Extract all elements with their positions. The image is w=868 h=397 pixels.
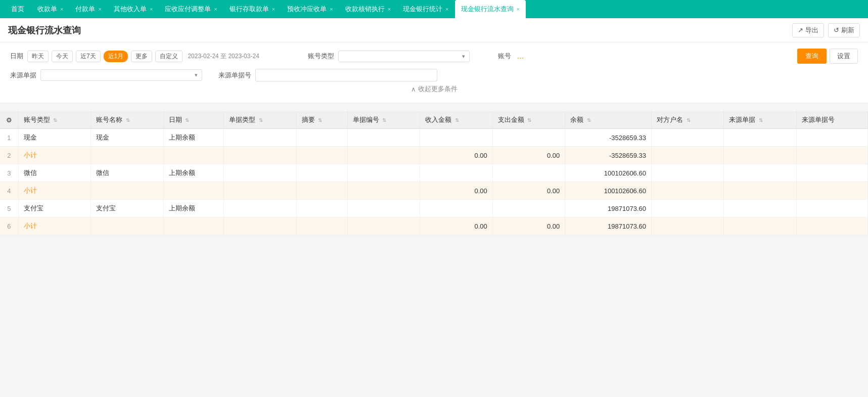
- col-doc-type: 单据类型 ⇅: [224, 111, 297, 129]
- table-row: 6小计0.000.0019871073.60: [0, 217, 868, 235]
- close-icon-2[interactable]: ×: [150, 6, 153, 12]
- date-btn-more[interactable]: 更多: [131, 51, 152, 62]
- date-range: 2023-02-24 至 2023-03-24: [188, 52, 259, 61]
- cell-income: [420, 129, 493, 147]
- nav-home[interactable]: 首页: [4, 0, 31, 18]
- account-dots-button[interactable]: ...: [515, 52, 526, 61]
- nav-tab-2[interactable]: 其他收入单 ×: [108, 0, 159, 18]
- sort-icon-account-name[interactable]: ⇅: [126, 117, 130, 123]
- cell-date: [163, 217, 224, 235]
- cell-account-type: 微信: [18, 164, 91, 182]
- close-icon-3[interactable]: ×: [214, 6, 217, 12]
- nav-tab-3[interactable]: 应收应付调整单 ×: [159, 0, 223, 18]
- col-account-name: 账号名称 ⇅: [91, 111, 164, 129]
- cell-source-doc: [724, 182, 797, 200]
- cell-source-doc-no: [797, 147, 868, 164]
- table-row: 4小计0.000.00100102606.60: [0, 182, 868, 200]
- source-doc-select[interactable]: ▾: [40, 69, 202, 81]
- filter-row-2: 来源单据 ▾ 来源单据号: [10, 69, 858, 81]
- source-doc-filter-group: 来源单据 ▾: [10, 69, 202, 81]
- cell-income: 0.00: [420, 217, 493, 235]
- sort-icon-source-doc[interactable]: ⇅: [759, 117, 763, 123]
- date-label: 日期: [10, 52, 23, 61]
- close-icon-5[interactable]: ×: [330, 6, 333, 12]
- sort-icon-expense[interactable]: ⇅: [527, 117, 531, 123]
- col-doc-no: 单据编号 ⇅: [347, 111, 420, 129]
- close-icon-0[interactable]: ×: [60, 6, 63, 12]
- table-body: 1现金现金上期余额-3528659.332小计0.000.00-3528659.…: [0, 129, 868, 235]
- account-type-label: 账号类型: [308, 52, 334, 61]
- cell-date: 上期余额: [163, 164, 224, 182]
- collapse-up-icon: ∧: [411, 85, 416, 93]
- col-counterpart: 对方户名 ⇅: [651, 111, 724, 129]
- cell-counterpart: [651, 217, 724, 235]
- cell-income: [420, 200, 493, 217]
- cell-expense: [492, 200, 565, 217]
- cell-expense: 0.00: [492, 147, 565, 164]
- date-btn-7days[interactable]: 近7天: [76, 51, 101, 62]
- row-number: 4: [0, 182, 18, 200]
- sort-icon-income[interactable]: ⇅: [455, 117, 459, 123]
- cell-date: 上期余额: [163, 200, 224, 217]
- sort-icon-doc-no[interactable]: ⇅: [382, 117, 386, 123]
- sort-icon-account-type[interactable]: ⇅: [53, 117, 57, 123]
- nav-tab-0[interactable]: 收款单 ×: [31, 0, 69, 18]
- export-icon: ↗: [798, 26, 803, 34]
- source-doc-no-input[interactable]: [255, 69, 437, 81]
- date-btn-1month[interactable]: 近1月: [104, 51, 128, 62]
- settings-button[interactable]: 设置: [830, 49, 858, 64]
- refresh-button[interactable]: ↺ 刷新: [828, 23, 860, 37]
- nav-tab-4[interactable]: 银行存取款单 ×: [223, 0, 281, 18]
- table-row: 1现金现金上期余额-3528659.33: [0, 129, 868, 147]
- cell-doc-no: [347, 147, 420, 164]
- table-row: 2小计0.000.00-3528659.33: [0, 147, 868, 164]
- cell-balance: -3528659.33: [565, 129, 652, 147]
- nav-tab-5[interactable]: 预收冲应收单 ×: [281, 0, 339, 18]
- sort-icon-balance[interactable]: ⇅: [587, 117, 591, 123]
- nav-tab-1[interactable]: 付款单 ×: [69, 0, 107, 18]
- date-filter-group: 日期 昨天 今天 近7天 近1月 更多 自定义 2023-02-24 至 202…: [10, 51, 259, 62]
- collapse-button[interactable]: ∧ 收起更多条件: [10, 81, 858, 97]
- close-icon-7[interactable]: ×: [445, 6, 448, 12]
- cell-doc-type: [224, 147, 297, 164]
- cell-account-type: 支付宝: [18, 200, 91, 217]
- close-icon-1[interactable]: ×: [98, 6, 101, 12]
- cell-source-doc-no: [797, 217, 868, 235]
- account-type-select[interactable]: ▾: [338, 51, 470, 62]
- cell-summary: [296, 164, 347, 182]
- date-btn-today[interactable]: 今天: [52, 51, 73, 62]
- close-icon-4[interactable]: ×: [272, 6, 275, 12]
- cell-doc-no: [347, 164, 420, 182]
- export-button[interactable]: ↗ 导出: [792, 23, 824, 37]
- row-number: 1: [0, 129, 18, 147]
- nav-tab-6[interactable]: 收款核销执行 ×: [339, 0, 397, 18]
- table-settings-icon[interactable]: ⚙: [0, 111, 18, 129]
- cell-source-doc-no: [797, 129, 868, 147]
- cell-date: [163, 147, 224, 164]
- sort-icon-doc-type[interactable]: ⇅: [259, 117, 263, 123]
- sort-icon-summary[interactable]: ⇅: [318, 117, 322, 123]
- section-divider: [0, 103, 868, 107]
- nav-tab-7[interactable]: 现金银行统计 ×: [397, 0, 454, 18]
- cell-source-doc-no: [797, 164, 868, 182]
- data-table: ⚙ 账号类型 ⇅ 账号名称 ⇅ 日期 ⇅ 单据类型 ⇅ 摘: [0, 111, 868, 235]
- date-btn-yesterday[interactable]: 昨天: [27, 51, 49, 62]
- cell-expense: 0.00: [492, 217, 565, 235]
- close-icon-6[interactable]: ×: [388, 6, 391, 12]
- sort-icon-date[interactable]: ⇅: [185, 117, 189, 123]
- dropdown-arrow-icon: ▾: [462, 53, 465, 60]
- col-source-doc-no: 来源单据号: [797, 111, 868, 129]
- cell-account-name: 现金: [91, 129, 164, 147]
- query-button[interactable]: 查询: [797, 49, 827, 64]
- cell-source-doc: [724, 217, 797, 235]
- col-income: 收入金额 ⇅: [420, 111, 493, 129]
- cell-expense: 0.00: [492, 182, 565, 200]
- dropdown-arrow-source-icon: ▾: [195, 72, 198, 78]
- source-doc-label: 来源单据: [10, 71, 36, 80]
- sort-icon-counterpart[interactable]: ⇅: [687, 117, 691, 123]
- cell-doc-no: [347, 217, 420, 235]
- row-number: 6: [0, 217, 18, 235]
- date-btn-custom[interactable]: 自定义: [155, 51, 182, 62]
- nav-tab-8[interactable]: 现金银行流水查询 ×: [455, 0, 526, 18]
- close-icon-8[interactable]: ×: [517, 6, 520, 12]
